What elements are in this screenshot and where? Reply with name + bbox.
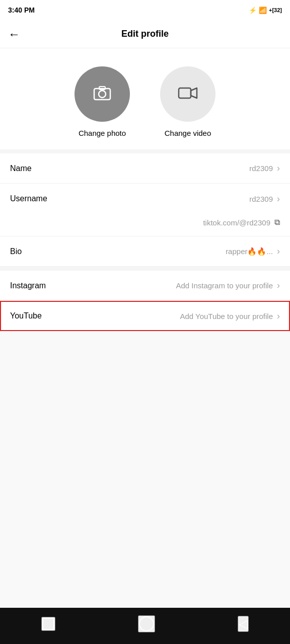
copy-icon[interactable]: ⧉ bbox=[274, 218, 280, 227]
video-camera-icon bbox=[177, 83, 198, 106]
circle-icon bbox=[139, 616, 154, 631]
mid-divider bbox=[0, 267, 290, 271]
content-filler bbox=[0, 331, 290, 608]
photo-section: Change photo Change video bbox=[0, 48, 290, 149]
name-chevron-icon: › bbox=[277, 163, 280, 174]
status-icons: ⚡ 📶 +[32] bbox=[249, 7, 282, 14]
username-chevron-icon: › bbox=[277, 194, 280, 204]
instagram-label: Instagram bbox=[10, 281, 65, 290]
top-nav: ← Edit profile bbox=[0, 20, 290, 48]
name-value-group: rd2309 › bbox=[249, 163, 280, 174]
bluetooth-icon: ⚡ bbox=[249, 7, 257, 14]
bio-chevron-icon: › bbox=[277, 246, 280, 257]
bio-value: rapper🔥🔥... bbox=[226, 247, 273, 256]
change-video-button[interactable]: Change video bbox=[160, 66, 215, 137]
square-nav-button[interactable] bbox=[41, 617, 55, 631]
bio-label: Bio bbox=[10, 247, 65, 256]
username-value: rd2309 bbox=[249, 195, 273, 203]
instagram-value: Add Instagram to your profile bbox=[176, 281, 273, 290]
change-video-label: Change video bbox=[165, 129, 211, 137]
username-url: tiktok.com/@rd2309 bbox=[203, 218, 270, 227]
video-avatar bbox=[160, 66, 215, 122]
youtube-value: Add YouTube to your profile bbox=[180, 312, 273, 320]
username-url-row[interactable]: tiktok.com/@rd2309 ⧉ bbox=[0, 214, 290, 236]
youtube-chevron-icon: › bbox=[277, 311, 280, 321]
youtube-row[interactable]: YouTube Add YouTube to your profile › bbox=[0, 301, 290, 331]
bio-value-group: rapper🔥🔥... › bbox=[226, 246, 280, 257]
instagram-row[interactable]: Instagram Add Instagram to your profile … bbox=[0, 271, 290, 301]
camera-icon bbox=[92, 83, 113, 106]
name-value: rd2309 bbox=[249, 164, 273, 173]
svg-rect-3 bbox=[179, 88, 191, 98]
bottom-nav: ◁ bbox=[0, 608, 290, 644]
youtube-value-group: Add YouTube to your profile › bbox=[180, 311, 280, 321]
youtube-label: YouTube bbox=[10, 311, 65, 320]
name-row[interactable]: Name rd2309 › bbox=[0, 153, 290, 184]
change-photo-label: Change photo bbox=[79, 129, 126, 137]
svg-point-1 bbox=[99, 91, 106, 98]
status-time: 3:40 PM bbox=[8, 6, 35, 14]
instagram-value-group: Add Instagram to your profile › bbox=[176, 280, 280, 291]
section-divider bbox=[0, 149, 290, 153]
square-icon bbox=[42, 618, 54, 630]
back-button[interactable]: ← bbox=[8, 27, 20, 41]
page-title: Edit profile bbox=[121, 29, 169, 39]
signal-icon: 📶 bbox=[259, 7, 267, 14]
username-value-group: rd2309 › bbox=[249, 194, 280, 204]
status-bar: 3:40 PM ⚡ 📶 +[32] bbox=[0, 0, 290, 20]
username-row[interactable]: Username rd2309 › bbox=[0, 184, 290, 214]
instagram-chevron-icon: › bbox=[277, 280, 280, 291]
change-photo-button[interactable]: Change photo bbox=[75, 66, 130, 137]
battery-indicator: +[32] bbox=[269, 7, 282, 13]
bio-row[interactable]: Bio rapper🔥🔥... › bbox=[0, 236, 290, 267]
name-label: Name bbox=[10, 164, 65, 173]
back-nav-button[interactable]: ◁ bbox=[238, 616, 249, 632]
home-nav-button[interactable] bbox=[138, 615, 155, 632]
profile-rows: Name rd2309 › Username rd2309 › tiktok.c… bbox=[0, 153, 290, 331]
photo-avatar bbox=[75, 66, 130, 122]
username-label: Username bbox=[10, 194, 65, 203]
triangle-icon: ◁ bbox=[239, 617, 248, 631]
